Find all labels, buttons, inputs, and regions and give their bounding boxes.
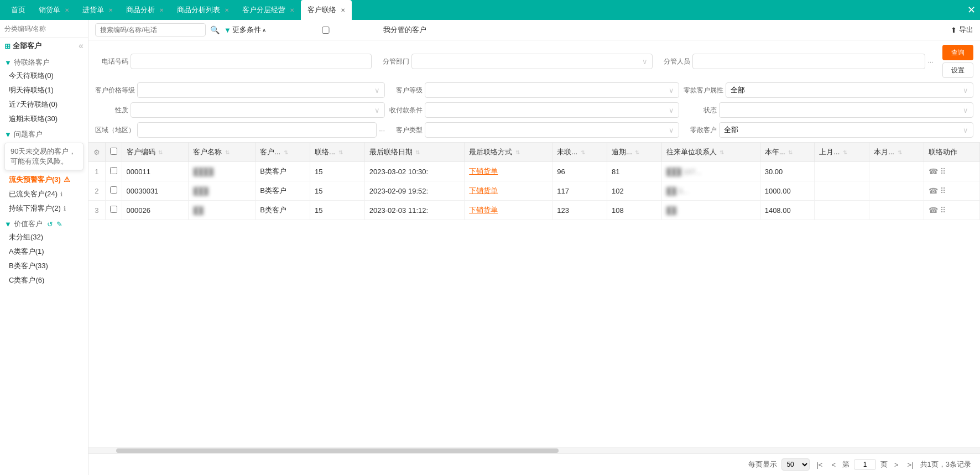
col-settings[interactable]: ⚙ bbox=[88, 143, 105, 162]
query-button[interactable]: 查询 bbox=[942, 45, 973, 60]
more-action-icon[interactable]: ⠿ bbox=[940, 206, 946, 215]
settings-button[interactable]: 设置 bbox=[942, 62, 973, 78]
person-ellipsis[interactable]: ··· bbox=[927, 58, 934, 66]
first-page-button[interactable]: |< bbox=[814, 460, 825, 470]
status-label: 状态 bbox=[684, 106, 717, 115]
region-ellipsis[interactable]: ··· bbox=[379, 126, 385, 134]
tab-product-list[interactable]: 商品分析列表 ✕ bbox=[170, 0, 236, 20]
zero-customer-select[interactable]: 全部 ∨ bbox=[719, 122, 973, 138]
tab-customer-tier[interactable]: 客户分层经营 ✕ bbox=[236, 0, 301, 20]
date-sort[interactable]: ⇅ bbox=[415, 149, 420, 155]
customer-type-label: 客户类型 bbox=[389, 126, 423, 135]
tab-purchase[interactable]: 进货单 ✕ bbox=[76, 0, 119, 20]
tab-home[interactable]: 首页 bbox=[4, 0, 32, 20]
all-customers-header[interactable]: ⊞ 全部客户 « bbox=[0, 38, 88, 54]
export-label: 导出 bbox=[959, 25, 973, 35]
export-button[interactable]: ⬆ 导出 bbox=[951, 25, 973, 35]
more-filter-button[interactable]: ▼ 更多条件 ∧ bbox=[224, 25, 266, 35]
problem-section[interactable]: ▼ 问题客户 bbox=[0, 126, 88, 140]
next-page-button[interactable]: > bbox=[892, 460, 901, 470]
last-page-button[interactable]: >| bbox=[905, 460, 916, 470]
sidebar-item-today[interactable]: 今天待联络(0) bbox=[0, 69, 88, 83]
filter-customer-type: 客户类型 ∨ bbox=[389, 122, 679, 138]
refresh-icon[interactable]: ↺ bbox=[47, 220, 53, 228]
value-section[interactable]: ▼ 价值客户 ↺ ✎ bbox=[0, 216, 88, 230]
no-contact-sort[interactable]: ⇅ bbox=[581, 149, 585, 155]
select-all-checkbox[interactable] bbox=[110, 148, 117, 155]
sidebar-item-overdue-contact[interactable]: 逾期未联络(30) bbox=[0, 112, 88, 126]
year-sort[interactable]: ⇅ bbox=[788, 149, 793, 155]
tab-purchase-close[interactable]: ✕ bbox=[108, 7, 113, 13]
pagination: 每页显示 50 100 200 |< < 第 页 > >| 共1页，3条记录 bbox=[88, 453, 980, 475]
contact-sort[interactable]: ⇅ bbox=[338, 149, 343, 155]
method-sort[interactable]: ⇅ bbox=[515, 149, 520, 155]
contact-action-icon[interactable]: ☎ bbox=[929, 186, 938, 195]
tab-tier-close[interactable]: ✕ bbox=[290, 7, 294, 13]
sidebar-item-churned[interactable]: 已流失客户(24) ℹ bbox=[0, 187, 88, 201]
edit-icon[interactable]: ✎ bbox=[56, 220, 62, 228]
sidebar-item-c-class[interactable]: C类客户(6) bbox=[0, 273, 88, 288]
search-button[interactable]: 🔍 bbox=[210, 25, 220, 34]
customer-type-select[interactable]: ∨ bbox=[425, 122, 679, 138]
contact-action-icon[interactable]: ☎ bbox=[929, 206, 938, 215]
sidebar-item-tomorrow[interactable]: 明天待联络(1) bbox=[0, 83, 88, 97]
sidebar-item-ungroup[interactable]: 未分组(32) bbox=[0, 230, 88, 244]
phone-input[interactable] bbox=[131, 54, 372, 69]
gender-select[interactable]: ∨ bbox=[131, 102, 385, 118]
overdue-sort[interactable]: ⇅ bbox=[635, 149, 639, 155]
row-checkbox[interactable] bbox=[105, 162, 122, 181]
row-checkbox[interactable] bbox=[105, 201, 122, 220]
code-sort[interactable]: ⇅ bbox=[158, 149, 163, 155]
tab-contact-close[interactable]: ✕ bbox=[341, 7, 345, 13]
pending-contact-section[interactable]: ▼ 待联络客户 bbox=[0, 54, 88, 69]
scrollbar-thumb[interactable] bbox=[116, 448, 559, 453]
unit-sort[interactable]: ⇅ bbox=[720, 149, 724, 155]
sidebar-item-declining[interactable]: 持续下滑客户(2) ℹ bbox=[0, 201, 88, 216]
price-level-label: 客户价格等级 bbox=[95, 86, 135, 95]
customer-table: ⚙ 客户编码 ⇅ 客户名称 ⇅ 客户... ⇅ bbox=[88, 143, 980, 220]
col-checkbox[interactable] bbox=[105, 143, 122, 162]
more-action-icon[interactable]: ⠿ bbox=[940, 167, 946, 176]
row-code: 000011 bbox=[122, 162, 189, 181]
sidebar-search-input[interactable] bbox=[4, 25, 87, 33]
contact-action-icon[interactable]: ☎ bbox=[929, 167, 938, 176]
status-select[interactable]: ∨ bbox=[719, 102, 973, 118]
col-name-label: 客户名称 bbox=[193, 148, 222, 156]
page-size-select[interactable]: 50 100 200 bbox=[781, 458, 810, 471]
tab-sales-order[interactable]: 销货单 ✕ bbox=[32, 0, 76, 20]
page-number-input[interactable] bbox=[854, 459, 876, 470]
more-action-icon[interactable]: ⠿ bbox=[940, 186, 946, 195]
close-all-button[interactable]: ✕ bbox=[967, 4, 976, 16]
payment-select[interactable]: ∨ bbox=[425, 102, 679, 118]
col-name: 客户名称 ⇅ bbox=[189, 143, 256, 162]
tab-list-close[interactable]: ✕ bbox=[225, 7, 229, 13]
sidebar-item-7days[interactable]: 近7天待联络(0) bbox=[0, 97, 88, 112]
horizontal-scrollbar[interactable] bbox=[88, 447, 980, 453]
row-checkbox[interactable] bbox=[105, 181, 122, 201]
zero-attr-select[interactable]: 全部 ∨ bbox=[726, 82, 973, 98]
price-level-select[interactable]: ∨ bbox=[137, 82, 385, 98]
collapse-icon[interactable]: « bbox=[79, 41, 84, 51]
tab-customer-contact[interactable]: 客户联络 ✕ bbox=[301, 0, 352, 20]
sidebar-item-b-class[interactable]: B类客户(33) bbox=[0, 259, 88, 273]
level-sort[interactable]: ⇅ bbox=[284, 149, 288, 155]
row-unit-contact: ██ 3... bbox=[661, 181, 760, 201]
sidebar-item-churn-warning[interactable]: 流失预警客户(3) ⚠ bbox=[0, 173, 88, 187]
customer-level-select[interactable]: ∨ bbox=[425, 82, 679, 98]
lmonth-sort[interactable]: ⇅ bbox=[843, 149, 847, 155]
person-select[interactable] bbox=[692, 54, 925, 69]
search-input[interactable] bbox=[95, 23, 206, 36]
prev-page-button[interactable]: < bbox=[829, 460, 838, 470]
name-sort[interactable]: ⇅ bbox=[225, 149, 230, 155]
tab-product-analysis[interactable]: 商品分析 ✕ bbox=[119, 0, 170, 20]
region-input[interactable] bbox=[137, 122, 377, 138]
tmonth-sort[interactable]: ⇅ bbox=[898, 149, 902, 155]
gender-arrow: ∨ bbox=[374, 106, 380, 114]
sidebar-item-a-class[interactable]: A类客户(1) bbox=[0, 244, 88, 259]
my-customers-check[interactable] bbox=[270, 27, 381, 34]
tab-sales-close[interactable]: ✕ bbox=[65, 7, 69, 13]
my-customers-checkbox[interactable]: 我分管的客户 bbox=[270, 25, 426, 35]
info-icon: ℹ bbox=[60, 191, 62, 197]
tab-analysis-close[interactable]: ✕ bbox=[159, 7, 164, 13]
dept-select[interactable]: ∨ bbox=[411, 54, 653, 69]
